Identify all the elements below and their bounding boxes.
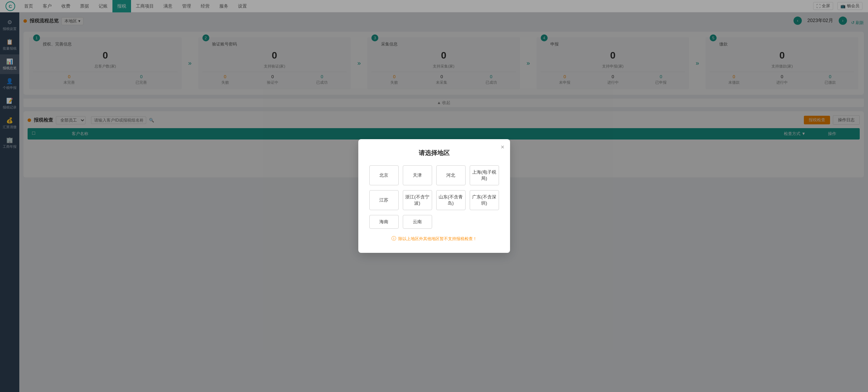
modal-overlay: × 请选择地区 北京 天津 河北 上海(电子税局) 江苏 浙江(不含宁波) 山东… (0, 0, 868, 392)
warning-icon: ⓘ (391, 236, 396, 242)
region-selection-modal: × 请选择地区 北京 天津 河北 上海(电子税局) 江苏 浙江(不含宁波) 山东… (358, 139, 510, 253)
region-guangdong[interactable]: 广东(不含深圳) (470, 190, 499, 210)
region-beijing[interactable]: 北京 (369, 165, 399, 185)
region-grid-row3: 海南 云南 (369, 215, 499, 229)
region-zhejiang[interactable]: 浙江(不含宁波) (403, 190, 432, 210)
modal-warning: ⓘ 除以上地区外其他地区暂不支持报税检查！ (369, 236, 499, 242)
region-grid-row1: 北京 天津 河北 上海(电子税局) (369, 165, 499, 185)
region-yunnan[interactable]: 云南 (403, 215, 432, 229)
warning-text: 除以上地区外其他地区暂不支持报税检查！ (398, 236, 477, 242)
region-hainan[interactable]: 海南 (369, 215, 399, 229)
region-grid-row2: 江苏 浙江(不含宁波) 山东(不含青岛) 广东(不含深圳) (369, 190, 499, 210)
modal-close-button[interactable]: × (501, 144, 505, 150)
region-hebei[interactable]: 河北 (436, 165, 466, 185)
region-jiangsu[interactable]: 江苏 (369, 190, 399, 210)
region-shanghai[interactable]: 上海(电子税局) (470, 165, 499, 185)
modal-title: 请选择地区 (369, 149, 499, 157)
region-shandong[interactable]: 山东(不含青岛) (436, 190, 466, 210)
region-tianjin[interactable]: 天津 (403, 165, 432, 185)
